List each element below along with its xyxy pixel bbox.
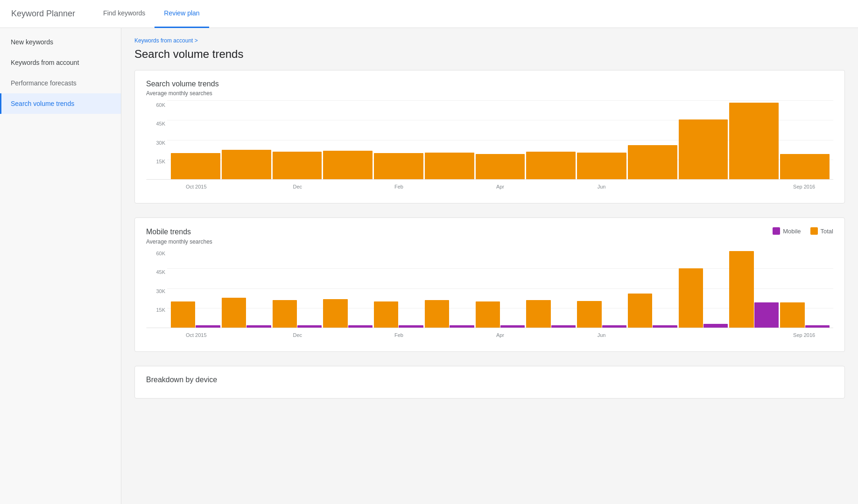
breakdown-device-title: Breakdown by device [146,376,833,384]
chart-legend: Mobile Total [773,227,833,235]
page-title: Search volume trends [134,48,845,61]
y-label-30k: 30K [148,140,165,146]
x-label-blank6 [677,184,728,189]
mobile-bar-pair-8 [577,249,626,328]
breadcrumb-parent[interactable]: Keywords from account [134,37,193,44]
mobile-bar-orange-12 [780,302,804,328]
breakdown-device-card: Breakdown by device [134,366,845,399]
mobile-x-blank5 [627,332,678,338]
bar-group-4 [374,100,423,179]
bar-7 [526,152,576,179]
bar-11 [729,103,779,179]
mobile-bar-pair-4 [374,249,423,328]
mobile-x-oct2015: Oct 2015 [171,332,222,338]
bar-group-8 [577,100,626,179]
mobile-bar-purple-2 [297,325,322,328]
bar-10 [679,119,728,179]
sidebar-item-keywords-from-account[interactable]: Keywords from account [0,52,121,73]
mobile-bar-group-9 [628,249,677,328]
bar-2 [273,152,322,179]
mobile-bar-pair-7 [526,249,576,328]
y-label-15k: 15K [148,159,165,164]
mobile-bar-orange-4 [374,301,398,328]
legend-total: Total [810,227,833,235]
bar-group-5 [425,100,474,179]
mobile-trends-chart-card: Mobile trends Mobile Total Average month… [134,217,845,352]
x-label-jun: Jun [576,184,627,189]
tab-find-keywords[interactable]: Find keywords [94,0,155,28]
bar-group-11 [729,100,779,179]
mobile-trends-chart-title: Mobile trends [146,228,191,236]
bar-group-2 [273,100,322,179]
nav-tabs: Find keywords Review plan [94,0,209,28]
mobile-bar-group-0 [171,249,220,328]
mobile-bar-purple-12 [805,325,830,328]
mobile-bar-pair-5 [425,249,474,328]
sidebar-item-new-keywords[interactable]: New keywords [0,32,121,52]
mobile-bar-pair-11 [729,249,779,328]
mobile-bar-orange-5 [425,300,449,328]
tab-review-plan[interactable]: Review plan [155,0,209,28]
mobile-bar-purple-1 [246,325,271,328]
bar-group-0 [171,100,220,179]
mobile-bar-orange-10 [679,268,703,328]
bar-group-10 [679,100,728,179]
mobile-y-label-15k: 15K [148,307,165,313]
y-label-60k: 60K [148,102,165,108]
mobile-bar-group-8 [577,249,626,328]
x-label-blank4 [526,184,577,189]
mobile-x-labels: Oct 2015 Dec Feb Apr Jun Sep 2016 [167,332,833,338]
x-label-blank5 [627,184,678,189]
search-volume-axis-label: Average monthly searches [146,90,833,97]
mobile-bar-purple-11 [754,302,779,328]
sidebar-item-performance-forecasts[interactable]: Performance forecasts [0,73,121,93]
mobile-bar-orange-7 [526,300,550,328]
mobile-bar-group-6 [476,249,525,328]
mobile-x-feb: Feb [373,332,424,338]
mobile-bar-group-7 [526,249,576,328]
breadcrumb: Keywords from account > [134,37,845,44]
mobile-x-sep2016: Sep 2016 [779,332,830,338]
mobile-bar-pair-3 [323,249,373,328]
bar-0 [171,153,220,179]
bar-group-12 [780,100,830,179]
mobile-x-jun: Jun [576,332,627,338]
mobile-bar-group-11 [729,249,779,328]
bar-6 [476,154,525,179]
bar-group-3 [323,100,373,179]
bar-9 [628,145,677,179]
mobile-y-label-60k: 60K [148,251,165,256]
y-label-45k: 45K [148,121,165,126]
sidebar: New keywords Keywords from account Perfo… [0,28,121,504]
mobile-bar-purple-0 [196,325,220,328]
bar-5 [425,153,474,179]
mobile-x-blank1 [222,332,273,338]
x-label-blank1 [222,184,273,189]
mobile-y-label-30k: 30K [148,288,165,294]
sidebar-item-search-volume-trends[interactable]: Search volume trends [0,93,121,114]
x-label-blank2 [323,184,374,189]
x-label-feb: Feb [373,184,424,189]
mobile-bars [167,249,833,328]
legend-total-label: Total [821,228,833,235]
bar-group-6 [476,100,525,179]
mobile-x-apr: Apr [475,332,526,338]
mobile-bar-orange-0 [171,301,195,328]
top-nav: Keyword Planner Find keywords Review pla… [0,0,858,28]
mobile-bar-purple-7 [551,325,576,328]
bar-8 [577,153,626,179]
x-label-oct2015: Oct 2015 [171,184,222,189]
mobile-bar-group-10 [679,249,728,328]
mobile-bar-purple-3 [348,325,373,328]
app-title: Keyword Planner [11,9,75,19]
mobile-x-blank6 [677,332,728,338]
mobile-y-labels: 60K 45K 30K 15K [147,249,167,328]
search-volume-chart-area: 60K 45K 30K 15K [146,100,833,180]
mobile-bar-purple-9 [653,325,677,328]
mobile-x-blank7 [728,332,779,338]
mobile-bar-purple-4 [399,325,423,328]
x-label-sep2016: Sep 2016 [779,184,830,189]
mobile-bar-purple-5 [450,325,474,328]
x-label-dec: Dec [272,184,323,189]
mobile-x-blank4 [526,332,577,338]
